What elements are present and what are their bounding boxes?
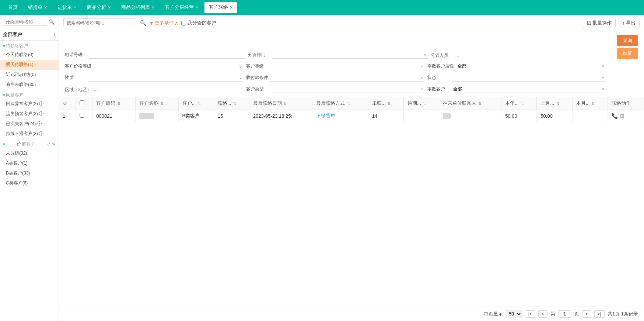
payment-select[interactable] <box>270 74 424 82</box>
export-button[interactable]: ↑ 导出 <box>619 18 640 28</box>
select-all-checkbox[interactable] <box>80 100 84 105</box>
filter-right-actions: ☑ 批量操作 ↑ 导出 <box>583 18 640 28</box>
close-purchase-order-icon[interactable]: ✕ <box>73 5 77 10</box>
sidebar-item-class-a[interactable]: A类客户(1) <box>0 158 59 168</box>
customer-type-select[interactable] <box>270 85 424 93</box>
sort-icon-name: ⇅ <box>161 101 164 106</box>
more-conditions-button[interactable]: ▼ 更多条件 ∧ <box>149 20 178 26</box>
sidebar-item-tomorrow-pending[interactable]: 明天待联络(1) <box>0 60 59 70</box>
sidebar-item-ungrouped[interactable]: 未分组(32) <box>0 148 59 158</box>
phone-label: 电话号码 <box>65 52 87 58</box>
page-number-input[interactable] <box>558 310 571 318</box>
col-last-contact-date[interactable]: 最后联络日期 ⇅ <box>249 97 312 110</box>
retail-attr-select[interactable]: 全部 <box>456 62 606 70</box>
search-input[interactable] <box>63 18 137 27</box>
close-sales-order-icon[interactable]: ✕ <box>44 5 47 10</box>
nature-select[interactable] <box>89 74 243 82</box>
first-page-button[interactable]: |< <box>525 310 535 318</box>
retail-attr-label: 零散客户属性 <box>427 63 454 69</box>
col-overdue[interactable]: 逾期... ⇅ <box>403 97 439 110</box>
cell-contact-count: 15 <box>214 110 249 122</box>
customer-table: ⚙ 客户编码 ⇅ 客户名称 ⇅ 客户... ⇅ 联络... ⇅ 最后联络日期 ⇅… <box>59 97 644 122</box>
nav-purchase-order[interactable]: 进货单✕ <box>53 2 81 13</box>
advanced-filter-panel: 电话号码 分管部门 分管人员 ··· 查询 设置 <box>59 31 644 97</box>
unit-contact-blurred <box>443 113 451 119</box>
next-page-button[interactable]: > <box>582 310 591 318</box>
col-customer-name[interactable]: 客户名称 ⇅ <box>135 97 178 110</box>
cell-this-month <box>572 110 608 122</box>
nav-home[interactable]: 首页 <box>4 2 22 13</box>
export-icon: ↑ <box>623 20 625 26</box>
close-customer-contact-icon[interactable]: ✕ <box>230 5 233 10</box>
total-label: 共1页 1条记录 <box>608 311 638 317</box>
nav-product-analysis-list[interactable]: 商品分析列表✕ <box>117 2 159 13</box>
row-checkbox[interactable] <box>80 113 84 118</box>
status-select[interactable] <box>452 74 606 82</box>
region-dots-icon[interactable]: ··· <box>94 87 98 93</box>
col-contact-count[interactable]: 联络... ⇅ <box>214 97 249 110</box>
close-customer-strat-icon[interactable]: ✕ <box>195 5 199 10</box>
payment-select-wrap <box>270 74 424 82</box>
sidebar-group-problem: 问题客户 <box>0 90 59 99</box>
cell-customer-name <box>135 110 178 122</box>
cell-checkbox[interactable] <box>76 110 92 122</box>
table-settings-icon[interactable]: ⚙ <box>63 100 67 106</box>
per-page-select[interactable]: 50 <box>506 310 522 318</box>
all-customers-label: 全部客户 <box>3 31 22 38</box>
nav-product-analysis[interactable]: 商品分析✕ <box>83 2 115 13</box>
phone-input[interactable] <box>89 51 245 59</box>
customer-name-blurred <box>139 113 154 119</box>
manager-dots-icon[interactable]: ··· <box>455 53 459 59</box>
sidebar-item-churned[interactable]: 已流失客户(24) ⓘ <box>0 119 59 129</box>
page-end-label: 页 <box>574 311 579 317</box>
grid-action-icon[interactable]: ⊞ <box>620 113 624 119</box>
sidebar-search-input[interactable] <box>3 18 47 26</box>
price-grade-select-wrap <box>94 62 243 70</box>
cell-no: 1 <box>59 110 76 122</box>
sidebar-item-declining[interactable]: 持续下滑客户(2) ⓘ <box>0 129 59 139</box>
nav-customer-stratification[interactable]: 客户分层经营✕ <box>161 2 203 13</box>
my-customers-checkbox-label[interactable]: 我分管的客户 <box>181 20 216 26</box>
search-button[interactable]: 🔍 <box>140 20 146 26</box>
col-last-contact-method[interactable]: 最后联络方式 ⇅ <box>312 97 368 110</box>
retail-customer-select[interactable]: 全部 <box>452 85 606 93</box>
sidebar-item-7days-pending[interactable]: 近7天待联络(0) <box>0 70 59 80</box>
price-grade-select[interactable] <box>94 62 243 70</box>
dept-select[interactable] <box>272 51 428 59</box>
col-checkbox[interactable] <box>76 97 92 110</box>
close-product-list-icon[interactable]: ✕ <box>151 5 155 10</box>
nav-customer-contact[interactable]: 客户联络✕ <box>204 2 237 13</box>
sidebar-item-churn-warning[interactable]: 流失预警客户(3) ⓘ <box>0 109 59 119</box>
customer-grade-select[interactable] <box>270 62 424 70</box>
customer-grade-label: 客户等级 <box>246 63 268 69</box>
filter-retail-attr: 零散客户属性 全部 <box>427 62 606 70</box>
sidebar-item-repurchase-abnormal[interactable]: 回购异常客户(2) ⓘ <box>0 99 59 109</box>
query-button[interactable]: 查询 <box>617 35 638 46</box>
last-contact-link[interactable]: 下销货单 <box>316 113 335 118</box>
col-unit-contact[interactable]: 往来单位联系人 ⇅ <box>439 97 501 110</box>
my-customers-checkbox[interactable] <box>181 21 186 25</box>
col-customer-type[interactable]: 客户... ⇅ <box>178 97 214 110</box>
col-this-year[interactable]: 本年... ⇅ <box>501 97 537 110</box>
bulk-action-button[interactable]: ☑ 批量操作 <box>583 18 616 28</box>
col-this-month[interactable]: 本月... ⇅ <box>572 97 608 110</box>
nav-sales-order[interactable]: 销货单✕ <box>24 2 52 13</box>
cell-action: 📞 ⊞ <box>608 110 644 122</box>
reset-button[interactable]: 设置 <box>617 48 638 59</box>
sidebar-all-customers[interactable]: 全部客户 《 <box>0 29 59 41</box>
col-last-month[interactable]: 上月... ⇅ <box>537 97 572 110</box>
last-page-button[interactable]: >| <box>594 310 605 318</box>
col-customer-code[interactable]: 客户编码 ⇅ <box>92 97 136 110</box>
sort-icon-contact: ⇅ <box>233 101 236 106</box>
sidebar-item-overdue-pending[interactable]: 逾期未联络(30) <box>0 80 59 90</box>
sidebar-item-class-c[interactable]: C类客户(6) <box>0 178 59 188</box>
phone-action-icon[interactable]: 📞 <box>612 113 618 119</box>
cell-last-contact-method[interactable]: 下销货单 <box>312 110 368 122</box>
col-uncontacted[interactable]: 未联... ⇅ <box>368 97 403 110</box>
sidebar-item-class-b[interactable]: B类客户(33) <box>0 168 59 178</box>
prev-page-button[interactable]: < <box>538 310 547 318</box>
sidebar-search-icon[interactable]: 🔍 <box>49 19 55 25</box>
sidebar-item-today-pending[interactable]: 今天待联络(0) <box>0 50 59 60</box>
col-gear[interactable]: ⚙ <box>59 97 76 110</box>
close-product-analysis-icon[interactable]: ✕ <box>108 5 111 10</box>
